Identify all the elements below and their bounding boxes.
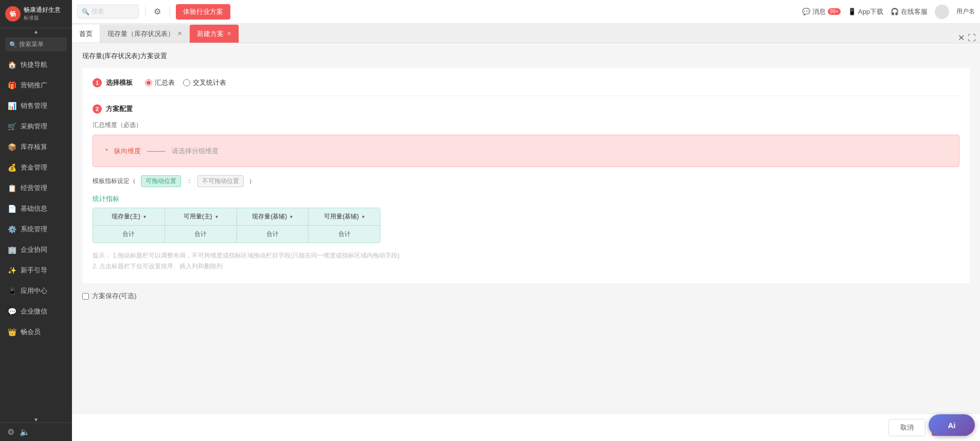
- sidebar-item-operations[interactable]: 📋 经营管理: [0, 178, 72, 198]
- sidebar-item-quick-nav[interactable]: 🏠 快捷导航: [0, 54, 72, 75]
- settings-icon[interactable]: ⚙: [7, 427, 14, 437]
- sidebar-item-inventory[interactable]: 📦 库存核算: [0, 137, 72, 157]
- marketing-icon: 🎁: [7, 81, 16, 90]
- col-4: 可用量(基辅) ▾ 合计: [308, 208, 380, 243]
- logo-title: 畅康通好生意: [24, 6, 61, 14]
- non-draggable-badge: 不可拖动位置: [197, 175, 244, 187]
- message-icon: 💬: [802, 8, 810, 15]
- radio-cross[interactable]: 交叉统计表: [183, 78, 226, 87]
- search-icon: 🔍: [9, 41, 17, 48]
- step2-number: 2: [93, 104, 102, 114]
- message-badge: 99+: [828, 8, 841, 15]
- sidebar-search[interactable]: 🔍 搜索菜单: [5, 38, 67, 51]
- sidebar-footer: ⚙ 🔈: [0, 422, 72, 441]
- app-download-item[interactable]: 📱 App下载: [848, 7, 883, 16]
- step1-header: 1 选择模板 汇总表 交叉统计表: [93, 78, 959, 87]
- save-label: 方案保存(可选): [92, 291, 137, 301]
- topbar-gear-icon[interactable]: ⚙: [152, 7, 163, 16]
- main-area: 🔍 搜索 ⚙ 体验行业方案 💬 消息 99+ 📱 App下载 🎧 在线客服 用户…: [72, 0, 980, 441]
- tab-close-btn[interactable]: ✕: [958, 33, 965, 43]
- basic-info-icon: 📄: [7, 204, 16, 213]
- sidebar-item-wechat[interactable]: 💬 企业微信: [0, 301, 72, 322]
- radio-cross-input[interactable]: [183, 79, 190, 86]
- phone-icon: 📱: [848, 8, 856, 15]
- col-2-header[interactable]: 可用量(主) ▾: [165, 208, 237, 226]
- dimension-required-mark: *: [105, 147, 108, 155]
- purchase-icon: 🛒: [7, 122, 16, 131]
- trial-btn[interactable]: 体验行业方案: [176, 4, 230, 20]
- tabbar-controls: ✕ ⛶: [954, 33, 980, 43]
- sound-icon[interactable]: 🔈: [20, 427, 30, 437]
- dimension-placeholder: 请选择分组维度: [172, 146, 219, 156]
- radio-summary[interactable]: 汇总表: [145, 78, 175, 87]
- sidebar-item-marketing[interactable]: 🎁 营销推广: [0, 75, 72, 96]
- sidebar-item-new-guide[interactable]: ✨ 新手引导: [0, 260, 72, 281]
- col-2-chevron-icon[interactable]: ▾: [215, 214, 218, 219]
- headset-icon: 🎧: [891, 8, 899, 15]
- topbar-search[interactable]: 🔍 搜索: [77, 5, 139, 19]
- col-1: 现存量(主) ▾ 合计: [93, 208, 165, 243]
- col-1-header[interactable]: 现存量(主) ▾: [93, 208, 165, 226]
- step1-number: 1: [93, 78, 102, 87]
- stats-table: 现存量(主) ▾ 合计 可用量(主) ▾ 合计: [93, 208, 380, 243]
- sidebar-item-app-center[interactable]: 📱 应用中心: [0, 281, 72, 301]
- step-divider: [93, 96, 959, 96]
- logo-subtitle: 标准版: [24, 14, 61, 22]
- col-3: 现存量(基辅) ▾ 合计: [237, 208, 309, 243]
- dimension-arrow-icon: ——: [147, 145, 166, 156]
- cancel-button[interactable]: 取消: [888, 419, 925, 436]
- col-3-body: 合计: [237, 226, 308, 243]
- wechat-icon: 💬: [7, 307, 16, 316]
- indicator-settings-row: 模板指标设定（ 可拖动位置 ： 不可拖动位置 ）: [93, 175, 959, 187]
- radio-summary-input[interactable]: [145, 79, 152, 86]
- quick-nav-icon: 🏠: [7, 60, 16, 69]
- sales-icon: 📊: [7, 101, 16, 111]
- col-2-body: 合计: [165, 226, 237, 243]
- tab-home[interactable]: 首页: [72, 25, 100, 43]
- tip-1: 提示： 1.拖动标题栏可以调整布局，不可跨维度或指标区域拖动栏目字段(只能在同一…: [93, 251, 959, 260]
- sidebar-item-system[interactable]: ⚙️ 系统管理: [0, 219, 72, 240]
- save-checkbox[interactable]: [82, 293, 89, 300]
- tab-new-scheme-close-icon[interactable]: ✕: [227, 30, 231, 37]
- ai-float-button[interactable]: Ai: [929, 414, 975, 436]
- member-icon: 👑: [7, 327, 16, 337]
- col-4-header[interactable]: 可用量(基辅) ▾: [308, 208, 380, 226]
- tab-inventory-status[interactable]: 现存量（库存状况表） ✕: [100, 25, 190, 43]
- tab-inventory-close-icon[interactable]: ✕: [177, 30, 182, 37]
- topbar-divider2: [169, 7, 170, 17]
- tab-new-scheme[interactable]: 新建方案 ✕: [190, 25, 239, 43]
- message-item[interactable]: 💬 消息 99+: [802, 7, 841, 16]
- sidebar-item-finance[interactable]: 💰 资金管理: [0, 157, 72, 178]
- col-3-chevron-icon[interactable]: ▾: [290, 214, 293, 219]
- sidebar-item-sales[interactable]: 📊 销售管理: [0, 96, 72, 116]
- settings-card: 1 选择模板 汇总表 交叉统计表 2 方案配置: [82, 68, 970, 283]
- inventory-icon: 📦: [7, 142, 16, 152]
- tab-expand-btn[interactable]: ⛶: [968, 33, 976, 43]
- template-radio-group: 汇总表 交叉统计表: [145, 78, 226, 87]
- topbar-search-icon: 🔍: [82, 8, 89, 15]
- sidebar-item-purchase[interactable]: 🛒 采购管理: [0, 116, 72, 137]
- operations-icon: 📋: [7, 183, 16, 193]
- content-area: 现存量(库存状况表)方案设置 1 选择模板 汇总表 交叉统计表: [72, 43, 980, 413]
- col-1-chevron-icon[interactable]: ▾: [143, 214, 146, 219]
- user-avatar[interactable]: [935, 5, 949, 19]
- sidebar-item-member[interactable]: 👑 畅会员: [0, 322, 72, 342]
- scroll-up-arrow[interactable]: ▲: [32, 27, 40, 36]
- col-3-header[interactable]: 现存量(基辅) ▾: [237, 208, 308, 226]
- col-4-chevron-icon[interactable]: ▾: [362, 214, 365, 219]
- col-4-body: 合计: [308, 226, 380, 243]
- dimension-box[interactable]: * 纵向维度 —— 请选择分组维度: [93, 135, 959, 167]
- dimension-section-label: 汇总维度（必选）: [93, 121, 959, 130]
- customer-service-item[interactable]: 🎧 在线客服: [891, 7, 928, 16]
- tip-2: 2. 点击标题栏下拉可设置排序、插入列和删除列: [93, 262, 959, 271]
- sidebar-item-basic-info[interactable]: 📄 基础信息: [0, 198, 72, 219]
- sidebar-nav: 🏠 快捷导航 🎁 营销推广 📊 销售管理 🛒 采购管理 📦 库存核算 💰 资金管…: [0, 54, 72, 416]
- enterprise-icon: 🏢: [7, 245, 16, 254]
- stats-section-label: 统计指标: [93, 194, 959, 204]
- save-section: 方案保存(可选): [82, 291, 970, 301]
- step1-label: 选择模板: [106, 78, 133, 87]
- sidebar-item-enterprise[interactable]: 🏢 企业协同: [0, 240, 72, 260]
- sidebar: 畅 畅康通好生意 标准版 ▲ 🔍 搜索菜单 🏠 快捷导航 🎁 营销推广 📊 销售…: [0, 0, 72, 441]
- dimension-field-label: 纵向维度: [114, 146, 141, 156]
- tips-section: 提示： 1.拖动标题栏可以调整布局，不可跨维度或指标区域拖动栏目字段(只能在同一…: [93, 251, 959, 271]
